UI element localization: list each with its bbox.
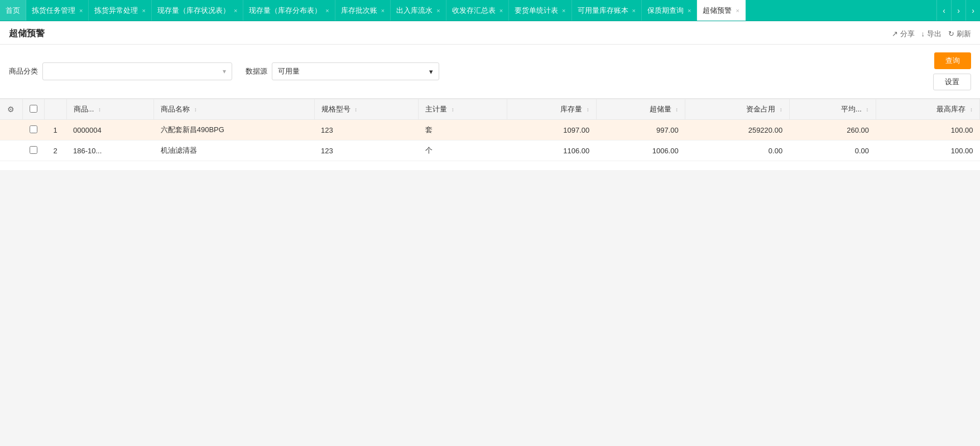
source-label: 数据源 <box>246 66 267 76</box>
filter-area: 商品分类 ▾ 数据源 可用量 ▾ 查询 设置 <box>0 45 980 99</box>
close-icon-stock-dist[interactable]: × <box>325 7 329 14</box>
nav-label-stock-status: 现存量（库存状况表） <box>157 6 230 16</box>
nav-item-demand[interactable]: 要货单统计表 × <box>509 0 571 21</box>
nav-item-exception[interactable]: 拣货异常处理 × <box>89 0 151 21</box>
query-button[interactable]: 查询 <box>934 52 971 69</box>
close-icon-task[interactable]: × <box>79 7 83 14</box>
nav-next-button[interactable]: › <box>951 0 965 21</box>
source-filter: 数据源 可用量 ▾ <box>246 62 439 80</box>
share-label: 分享 <box>900 29 915 39</box>
nav-item-available[interactable]: 可用量库存账本 × <box>572 0 642 21</box>
table-header-row: ⚙ 商品... ↕ 商品名称 ↕ 规格型号 ↕ <box>0 99 980 120</box>
row-checkbox[interactable] <box>30 146 37 154</box>
close-icon-stock-status[interactable]: × <box>234 7 237 14</box>
row-gear <box>0 120 22 140</box>
nav-label-home: 首页 <box>6 6 20 16</box>
nav-item-overstock[interactable]: 超储预警 × <box>697 0 745 21</box>
row-num: 2 <box>44 140 66 161</box>
row-overstock: 997.00 <box>596 120 685 140</box>
settings-button[interactable]: 设置 <box>933 74 971 90</box>
col-overstock[interactable]: 超储量 ↕ <box>596 99 685 120</box>
nav-item-task[interactable]: 拣货任务管理 × <box>26 0 89 21</box>
close-icon-demand[interactable]: × <box>562 7 565 14</box>
close-icon-available[interactable]: × <box>632 7 636 14</box>
nav-label-available: 可用量库存账本 <box>578 6 628 16</box>
refresh-button[interactable]: ↻ 刷新 <box>948 29 971 39</box>
sort-icon-overstock: ↕ <box>675 106 678 113</box>
nav-item-summary[interactable]: 收发存汇总表 × <box>446 0 509 21</box>
share-button[interactable]: ↗ 分享 <box>892 29 915 39</box>
col-code[interactable]: 商品... ↕ <box>66 99 154 120</box>
source-select[interactable]: 可用量 ▾ <box>272 62 439 80</box>
col-spec[interactable]: 规格型号 ↕ <box>314 99 418 120</box>
table-body: 1 0000004 六配套新昌490BPG 123 套 1097.00 997.… <box>0 120 980 161</box>
export-label: 导出 <box>927 29 941 39</box>
nav-prev-button[interactable]: ‹ <box>936 0 951 21</box>
col-overstock-label: 超储量 <box>650 105 671 113</box>
row-code: 186-10... <box>66 140 154 161</box>
top-nav: 首页 拣货任务管理 × 拣货异常处理 × 现存量（库存状况表） × 现存量（库存… <box>0 0 980 21</box>
nav-menu-button[interactable]: › <box>965 0 980 21</box>
row-stock: 1106.00 <box>507 140 596 161</box>
row-avg: 260.00 <box>789 120 876 140</box>
sort-icon-stock: ↕ <box>587 106 589 113</box>
nav-item-inout[interactable]: 出入库流水 × <box>391 0 446 21</box>
close-icon-exception[interactable]: × <box>142 7 145 14</box>
row-avg: 0.00 <box>789 140 876 161</box>
close-icon-summary[interactable]: × <box>499 7 503 14</box>
close-icon-inout[interactable]: × <box>436 7 440 14</box>
col-stock[interactable]: 库存量 ↕ <box>507 99 596 120</box>
column-settings-icon[interactable]: ⚙ <box>7 105 15 114</box>
row-unit: 套 <box>419 120 507 140</box>
sort-icon-capital: ↕ <box>780 106 782 113</box>
row-checkbox-cell <box>22 120 44 140</box>
refresh-label: 刷新 <box>957 29 971 39</box>
select-all-checkbox[interactable] <box>30 105 37 113</box>
row-checkbox[interactable] <box>30 125 37 133</box>
row-code: 0000004 <box>66 120 154 140</box>
nav-label-summary: 收发存汇总表 <box>452 6 496 16</box>
nav-label-inout: 出入库流水 <box>396 6 433 16</box>
col-checkbox <box>22 99 44 120</box>
sort-icon-avg: ↕ <box>866 106 869 113</box>
col-avg-label: 平均... <box>841 105 862 113</box>
col-gear: ⚙ <box>0 99 22 120</box>
category-select[interactable]: ▾ <box>42 62 232 80</box>
nav-label-expiry: 保质期查询 <box>647 6 684 16</box>
row-spec: 123 <box>314 120 418 140</box>
sort-icon-code: ↕ <box>98 106 101 113</box>
col-unit[interactable]: 主计量 ↕ <box>419 99 507 120</box>
col-name[interactable]: 商品名称 ↕ <box>154 99 314 120</box>
nav-label-task: 拣货任务管理 <box>32 6 75 16</box>
col-num <box>44 99 66 120</box>
col-maxstock[interactable]: 最高库存 ↕ <box>876 99 979 120</box>
sort-icon-name: ↕ <box>194 106 197 113</box>
nav-item-home[interactable]: 首页 <box>0 0 26 21</box>
export-button[interactable]: ↓ 导出 <box>921 29 942 39</box>
nav-label-batch: 库存批次账 <box>341 6 377 16</box>
share-icon: ↗ <box>892 30 898 38</box>
col-spec-label: 规格型号 <box>321 105 350 113</box>
close-icon-batch[interactable]: × <box>381 7 385 14</box>
category-label: 商品分类 <box>9 66 38 76</box>
row-spec: 123 <box>314 140 418 161</box>
chevron-down-icon: ▾ <box>223 67 226 75</box>
nav-item-batch[interactable]: 库存批次账 × <box>335 0 391 21</box>
nav-label-overstock: 超储预警 <box>703 6 732 16</box>
table-row: 1 0000004 六配套新昌490BPG 123 套 1097.00 997.… <box>0 120 980 140</box>
refresh-icon: ↻ <box>948 30 954 38</box>
nav-item-stock-status[interactable]: 现存量（库存状况表） × <box>152 0 243 21</box>
nav-item-expiry[interactable]: 保质期查询 × <box>642 0 697 21</box>
close-icon-overstock[interactable]: × <box>736 7 739 14</box>
row-maxstock: 100.00 <box>876 120 979 140</box>
source-value: 可用量 <box>278 66 300 76</box>
export-icon: ↓ <box>921 30 925 38</box>
row-capital: 0.00 <box>685 140 789 161</box>
col-avg[interactable]: 平均... ↕ <box>789 99 876 120</box>
col-capital-label: 资金占用 <box>746 105 775 113</box>
close-icon-expiry[interactable]: × <box>688 7 691 14</box>
data-table: ⚙ 商品... ↕ 商品名称 ↕ 规格型号 ↕ <box>0 99 980 161</box>
col-capital[interactable]: 资金占用 ↕ <box>685 99 789 120</box>
nav-item-stock-dist[interactable]: 现存量（库存分布表） × <box>243 0 335 21</box>
row-maxstock: 100.00 <box>876 140 979 161</box>
